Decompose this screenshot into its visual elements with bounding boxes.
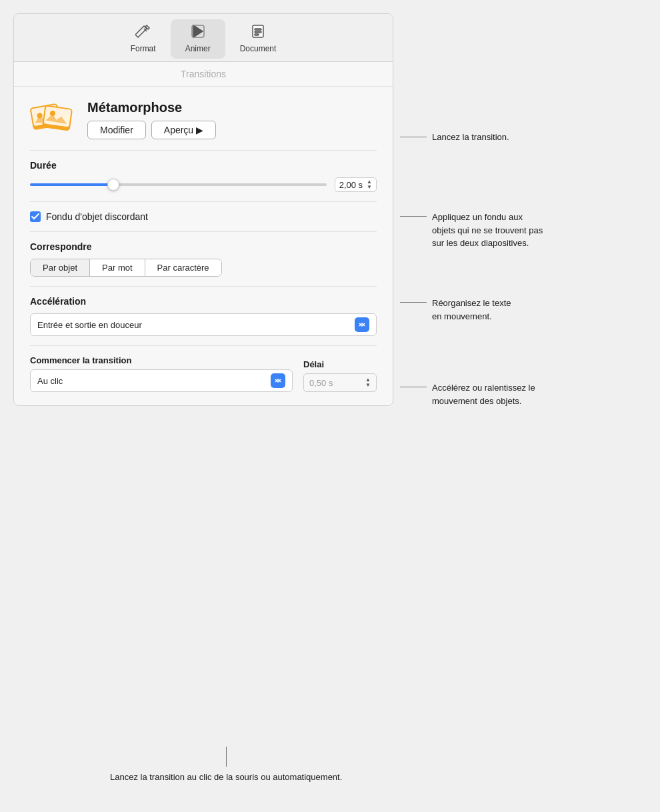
par-mot-btn[interactable]: Par mot	[90, 259, 145, 276]
slider-fill	[30, 183, 113, 186]
bottom-callout: Lancez la transition au clic de la souri…	[110, 747, 342, 784]
duration-slider[interactable]	[30, 183, 327, 186]
format-tab[interactable]: Format	[116, 19, 171, 59]
animer-label: Animer	[185, 44, 211, 53]
annotation-apercu-text: Lancez la transition.	[432, 132, 509, 142]
delai-label: Délai	[303, 359, 377, 369]
svg-rect-4	[255, 34, 259, 35]
annotation-acceleration: Accélérez ou ralentissez lemouvement des…	[400, 381, 535, 407]
annotation-acceleration-text: Accélérez ou ralentissez lemouvement des…	[432, 381, 535, 407]
transitions-tab: Transitions	[14, 62, 393, 87]
separator-1	[30, 150, 377, 151]
transition-icon	[30, 100, 77, 139]
commencer-value: Au clic	[37, 376, 63, 386]
duration-value: 2,00 s	[339, 180, 363, 190]
par-caractere-btn[interactable]: Par caractère	[145, 259, 221, 276]
animer-icon	[190, 23, 206, 41]
svg-rect-3	[255, 31, 261, 33]
correspondre-label: Correspondre	[30, 241, 377, 252]
separator-5	[30, 345, 377, 346]
svg-rect-2	[255, 29, 261, 30]
slider-thumb[interactable]	[107, 179, 119, 191]
content: Métamorphose Modifier Aperçu ▶ Durée	[14, 87, 393, 405]
annotations-area: Lancez la transition. Appliquez un fondu…	[393, 13, 647, 613]
duration-row: 2,00 s ▲ ▼	[30, 177, 377, 192]
document-icon	[250, 23, 266, 41]
annotation-fondu: Appliquez un fondu auxobjets qui ne se t…	[400, 211, 543, 250]
delai-stepper-down[interactable]: ▼	[365, 383, 371, 388]
commencer-arrow	[271, 373, 285, 388]
annotation-line-apercu	[400, 137, 427, 137]
panel: Format Animer	[13, 13, 393, 406]
commencer-row: Commencer la transition Au clic Délai	[30, 355, 377, 392]
animer-tab[interactable]: Animer	[171, 19, 225, 59]
format-label: Format	[131, 44, 156, 53]
toolbar: Format Animer	[14, 14, 393, 62]
format-icon	[135, 23, 151, 41]
transition-name: Métamorphose	[87, 100, 216, 115]
separator-3	[30, 231, 377, 232]
delai-stepper[interactable]: ▲ ▼	[365, 377, 371, 388]
svg-rect-10	[44, 107, 71, 127]
fondu-checkbox[interactable]	[30, 211, 41, 222]
duree-section: Durée 2,00 s ▲ ▼	[30, 160, 377, 192]
document-label: Document	[240, 44, 277, 53]
commencer-label: Commencer la transition	[30, 355, 293, 365]
acceleration-arrow	[355, 317, 369, 332]
fondu-label: Fondu d'objet discordant	[46, 211, 148, 222]
outer-container: Format Animer	[13, 13, 647, 613]
duree-label: Durée	[30, 160, 377, 171]
annotation-line-fondu	[400, 216, 427, 217]
duration-input[interactable]: 2,00 s ▲ ▼	[335, 177, 377, 192]
acceleration-section: Accélération Entrée et sortie en douceur	[30, 296, 377, 336]
delai-col: Délai 0,50 s ▲ ▼	[303, 359, 377, 392]
commencer-annotation: Lancez la transition au clic de la souri…	[110, 772, 342, 782]
acceleration-value: Entrée et sortie en douceur	[37, 320, 142, 330]
acceleration-select[interactable]: Entrée et sortie en douceur	[30, 313, 377, 336]
separator-4	[30, 286, 377, 287]
fondu-row: Fondu d'objet discordant	[30, 211, 377, 222]
delai-input[interactable]: 0,50 s ▲ ▼	[303, 373, 377, 392]
correspondre-section: Correspondre Par objet Par mot Par carac…	[30, 241, 377, 277]
modifier-button[interactable]: Modifier	[87, 121, 146, 139]
annotation-caractere: Réorganisez le texteen mouvement.	[400, 297, 511, 323]
bottom-line	[226, 747, 227, 767]
annotation-apercu: Lancez la transition.	[400, 132, 509, 142]
commencer-col: Commencer la transition Au clic	[30, 355, 293, 392]
document-tab[interactable]: Document	[225, 19, 291, 59]
par-objet-btn[interactable]: Par objet	[31, 259, 90, 276]
annotation-fondu-text: Appliquez un fondu auxobjets qui ne se t…	[432, 211, 543, 250]
transition-info: Métamorphose Modifier Aperçu ▶	[87, 100, 216, 139]
annotation-line-caractere	[400, 302, 427, 303]
commencer-select[interactable]: Au clic	[30, 369, 293, 392]
correspondre-segment: Par objet Par mot Par caractère	[30, 259, 222, 277]
annotation-line-acceleration	[400, 387, 427, 387]
annotation-caractere-text: Réorganisez le texteen mouvement.	[432, 297, 511, 323]
acceleration-label: Accélération	[30, 296, 377, 307]
transition-buttons: Modifier Aperçu ▶	[87, 121, 216, 139]
apercu-button[interactable]: Aperçu ▶	[151, 121, 216, 139]
transition-header: Métamorphose Modifier Aperçu ▶	[30, 100, 377, 139]
separator-2	[30, 201, 377, 202]
duration-stepper[interactable]: ▲ ▼	[367, 179, 372, 190]
stepper-down[interactable]: ▼	[367, 185, 372, 190]
delai-value: 0,50 s	[309, 378, 333, 388]
